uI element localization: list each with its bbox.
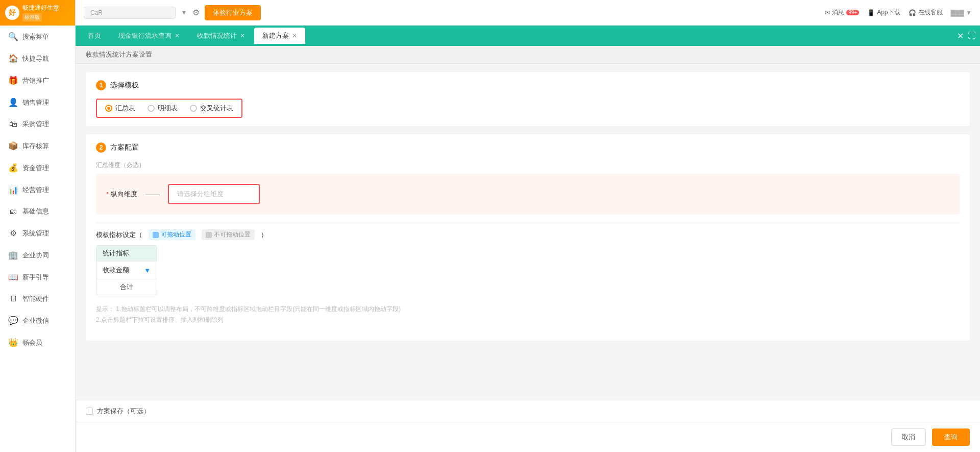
- logo-badge: 标准版: [22, 13, 42, 21]
- dimension-section-label: 汇总维度（必选）: [96, 161, 960, 170]
- tab-home[interactable]: 首页: [80, 28, 109, 44]
- dimension-select[interactable]: 请选择分组维度: [168, 184, 260, 204]
- sidebar-item-label: 智能硬件: [22, 294, 49, 303]
- sidebar-item-wechat[interactable]: 💬 企业微信: [0, 310, 75, 331]
- metrics-section-label-end: ）: [261, 230, 267, 240]
- metric-item-revenue[interactable]: 收款金额 ▼: [96, 261, 157, 279]
- sidebar-item-label: 企业微信: [22, 316, 49, 325]
- sidebar: 好 畅捷通好生意 标准版 🔍 搜索菜单 🏠 快捷导航 🎁 营销推广 👤 销售管理…: [0, 0, 76, 452]
- tab-receipt-stat-label: 收款情况统计: [197, 31, 237, 40]
- system-icon: ⚙: [8, 228, 18, 238]
- radio-summary[interactable]: 汇总表: [105, 104, 135, 113]
- radio-cross-label: 交叉统计表: [200, 104, 233, 113]
- search-menu-icon: 🔍: [8, 32, 18, 41]
- sidebar-logo: 好 畅捷通好生意 标准版: [0, 0, 75, 26]
- sidebar-item-label: 企业协同: [22, 251, 49, 260]
- industry-btn[interactable]: 体验行业方案: [205, 5, 261, 20]
- sidebar-item-search-menu[interactable]: 🔍 搜索菜单: [0, 26, 75, 47]
- step1-title: 选择模板: [110, 81, 139, 90]
- sidebar-item-quick-nav[interactable]: 🏠 快捷导航: [0, 47, 75, 69]
- metric-item-label: 收款金额: [103, 266, 129, 275]
- step1-number: 1: [96, 80, 106, 90]
- marketing-icon: 🎁: [8, 76, 18, 85]
- tab-new-plan-close[interactable]: ✕: [292, 32, 297, 39]
- sidebar-item-label: 快捷导航: [22, 54, 49, 63]
- sidebar-item-basic-info[interactable]: 🗂 基础信息: [0, 201, 75, 222]
- dimension-subsection: 汇总维度（必选） * 纵向维度 —— 请选择分组维度: [96, 161, 960, 215]
- radio-summary-btn[interactable]: [105, 105, 112, 112]
- tab-maximize-icon[interactable]: ⛶: [968, 31, 976, 41]
- divider: [96, 223, 960, 223]
- sidebar-item-inventory[interactable]: 📦 库存核算: [0, 135, 75, 157]
- metrics-subsection: 模板指标设定（ 可拖动位置 不可拖动位置 ） 统计指标: [96, 229, 960, 324]
- radio-cross[interactable]: 交叉统计表: [190, 104, 233, 113]
- sidebar-item-marketing[interactable]: 🎁 营销推广: [0, 69, 75, 91]
- radio-detail-label: 明细表: [158, 104, 178, 113]
- sidebar-item-smart-hw[interactable]: 🖥 智能硬件: [0, 288, 75, 310]
- guide-icon: 📖: [8, 272, 18, 282]
- sidebar-item-purchase[interactable]: 🛍 采购管理: [0, 113, 75, 135]
- dimension-area: * 纵向维度 —— 请选择分组维度: [96, 174, 960, 215]
- draggable-indicator: [153, 232, 159, 238]
- tab-bar: 首页 现金银行流水查询 ✕ 收款情况统计 ✕ 新建方案 ✕ ✕ ⛶: [76, 26, 980, 46]
- radio-detail-btn[interactable]: [148, 105, 155, 112]
- topbar-search-box: CaR: [84, 7, 176, 19]
- sidebar-item-system[interactable]: ⚙ 系统管理: [0, 222, 75, 244]
- service-icon: 🎧: [909, 9, 916, 16]
- sidebar-item-enterprise[interactable]: 🏢 企业协同: [0, 244, 75, 266]
- finance-icon: 💰: [8, 163, 18, 173]
- query-button[interactable]: 查询: [932, 429, 970, 446]
- save-option: 方案保存（可选）: [76, 400, 980, 422]
- sidebar-item-label: 经营管理: [22, 185, 49, 195]
- step2-section: 2 方案配置 汇总维度（必选） * 纵向维度 ——: [86, 134, 970, 341]
- tab-bank-flow[interactable]: 现金银行流水查询 ✕: [110, 28, 188, 44]
- download-label: App下载: [877, 8, 900, 17]
- message-action[interactable]: ✉ 消息 99+: [825, 8, 859, 17]
- tab-new-plan-label: 新建方案: [262, 31, 289, 40]
- sidebar-item-finance[interactable]: 💰 资金管理: [0, 157, 75, 179]
- sales-icon: 👤: [8, 98, 18, 107]
- sidebar-item-label: 搜索菜单: [22, 32, 49, 41]
- sidebar-item-label: 采购管理: [22, 120, 49, 129]
- tip-2: 2.点击标题栏下拉可设置排序、插入列和删除列: [96, 316, 960, 324]
- non-draggable-badge: 不可拖动位置: [202, 229, 255, 240]
- non-draggable-indicator: [206, 232, 212, 238]
- tab-receipt-stat-close[interactable]: ✕: [240, 32, 245, 39]
- sidebar-item-label: 畅会员: [22, 338, 42, 347]
- step2-title: 方案配置: [110, 143, 139, 152]
- step1-section: 1 选择模板 汇总表 明细表 交叉统计表: [86, 72, 970, 126]
- footer-actions: 取消 查询: [76, 422, 980, 452]
- sidebar-item-sales[interactable]: 👤 销售管理: [0, 91, 75, 113]
- service-action[interactable]: 🎧 在线客服: [909, 8, 943, 17]
- tips-area: 提示： 1.拖动标题栏可以调整布局，不可跨维度或指标区域拖动栏目字段(只能在同一…: [96, 305, 960, 324]
- purchase-icon: 🛍: [8, 120, 18, 129]
- tab-close-window-icon[interactable]: ✕: [957, 31, 964, 41]
- save-label: 方案保存（可选）: [97, 407, 150, 416]
- message-icon: ✉: [825, 9, 830, 16]
- sidebar-item-operation[interactable]: 📊 经营管理: [0, 179, 75, 201]
- download-action[interactable]: 📱 App下载: [867, 8, 900, 17]
- tab-new-plan[interactable]: 新建方案 ✕: [254, 28, 305, 44]
- topbar-user: ▓▓▓ ▼: [951, 9, 972, 16]
- enterprise-icon: 🏢: [8, 250, 18, 260]
- sidebar-item-member[interactable]: 👑 畅会员: [0, 331, 75, 353]
- metric-category: 统计指标: [96, 246, 157, 261]
- metric-header: 模板指标设定（ 可拖动位置 不可拖动位置 ）: [96, 229, 960, 240]
- dropdown-icon[interactable]: ▼: [181, 9, 187, 16]
- wechat-icon: 💬: [8, 316, 18, 325]
- sidebar-item-label: 资金管理: [22, 163, 49, 173]
- tab-receipt-stat[interactable]: 收款情况统计 ✕: [189, 28, 253, 44]
- settings-icon[interactable]: ⚙: [192, 8, 200, 17]
- inventory-icon: 📦: [8, 141, 18, 151]
- metric-item-dropdown-icon[interactable]: ▼: [144, 267, 151, 274]
- save-checkbox[interactable]: [86, 408, 93, 415]
- tab-bank-flow-close[interactable]: ✕: [175, 32, 180, 39]
- message-badge: 99+: [846, 10, 859, 15]
- cancel-button[interactable]: 取消: [891, 429, 926, 446]
- sidebar-item-guide[interactable]: 📖 新手引导: [0, 266, 75, 288]
- tab-bar-actions: ✕ ⛶: [957, 31, 976, 41]
- main-area: CaR ▼ ⚙ 体验行业方案 ✉ 消息 99+ 📱 App下载 🎧 在线客服 ▓…: [76, 0, 980, 452]
- radio-detail[interactable]: 明细表: [148, 104, 178, 113]
- basic-info-icon: 🗂: [8, 207, 18, 216]
- radio-cross-btn[interactable]: [190, 105, 197, 112]
